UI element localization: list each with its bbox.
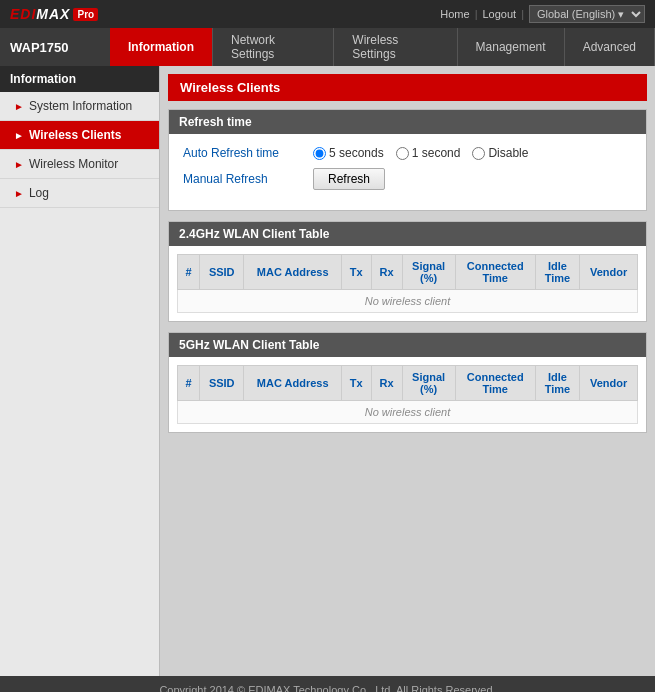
col5-connected: ConnectedTime (455, 366, 535, 401)
radio-disable-label[interactable]: Disable (472, 146, 528, 160)
separator2: | (521, 8, 524, 20)
col-vendor: Vendor (580, 255, 638, 290)
logo-pro: Pro (73, 8, 98, 21)
col5-idle: IdleTime (535, 366, 579, 401)
arrow-icon-active: ► (14, 130, 24, 141)
col5-rx: Rx (371, 366, 402, 401)
sidebar-item-system-information[interactable]: ► System Information (0, 92, 159, 121)
manual-refresh-row: Manual Refresh Refresh (183, 168, 632, 190)
sidebar-item-label-active: Wireless Clients (29, 128, 122, 142)
home-link[interactable]: Home (440, 8, 469, 20)
col-ssid: SSID (199, 255, 243, 290)
no-client-row-5ghz: No wireless client (178, 401, 638, 424)
tab-management[interactable]: Management (458, 28, 565, 66)
col-connected: ConnectedTime (455, 255, 535, 290)
table-24ghz-header: 2.4GHz WLAN Client Table (169, 222, 646, 246)
content: Wireless Clients Refresh time Auto Refre… (160, 66, 655, 676)
sidebar: Information ► System Information ► Wirel… (0, 66, 160, 676)
arrow-icon3: ► (14, 188, 24, 199)
table-5ghz: # SSID MAC Address Tx Rx Signal(%) Conne… (177, 365, 638, 424)
footer-text: Copyright 2014 © EDIMAX Technology Co., … (159, 684, 495, 692)
logo-area: EDIMAX Pro (10, 6, 98, 22)
no-client-text-24ghz: No wireless client (178, 290, 638, 313)
col-signal: Signal(%) (402, 255, 455, 290)
table-24ghz-header-row: # SSID MAC Address Tx Rx Signal(%) Conne… (178, 255, 638, 290)
col5-ssid: SSID (199, 366, 243, 401)
auto-refresh-row: Auto Refresh time 5 seconds 1 second (183, 146, 632, 160)
table-5ghz-section: 5GHz WLAN Client Table # SSID MAC Addres… (168, 332, 647, 433)
refresh-button[interactable]: Refresh (313, 168, 385, 190)
table-24ghz-section: 2.4GHz WLAN Client Table # SSID MAC Addr… (168, 221, 647, 322)
col-rx: Rx (371, 255, 402, 290)
arrow-icon: ► (14, 101, 24, 112)
tab-advanced[interactable]: Advanced (565, 28, 655, 66)
col-idle: IdleTime (535, 255, 579, 290)
sidebar-section-header: Information (0, 66, 159, 92)
col5-vendor: Vendor (580, 366, 638, 401)
table-24ghz: # SSID MAC Address Tx Rx Signal(%) Conne… (177, 254, 638, 313)
sidebar-item-label: System Information (29, 99, 132, 113)
no-client-text-5ghz: No wireless client (178, 401, 638, 424)
col5-mac: MAC Address (244, 366, 341, 401)
refresh-section-header: Refresh time (169, 110, 646, 134)
page-heading: Wireless Clients (168, 74, 647, 101)
table-5ghz-header-row: # SSID MAC Address Tx Rx Signal(%) Conne… (178, 366, 638, 401)
col5-hash: # (178, 366, 200, 401)
table-24ghz-body: # SSID MAC Address Tx Rx Signal(%) Conne… (169, 246, 646, 321)
main-layout: Information ► System Information ► Wirel… (0, 66, 655, 676)
col5-signal: Signal(%) (402, 366, 455, 401)
sidebar-item-wireless-monitor[interactable]: ► Wireless Monitor (0, 150, 159, 179)
separator1: | (475, 8, 478, 20)
top-bar: EDIMAX Pro Home | Logout | Global (Engli… (0, 0, 655, 28)
nav-bar: WAP1750 Information Network Settings Wir… (0, 28, 655, 66)
tab-information[interactable]: Information (110, 28, 213, 66)
refresh-radio-group: 5 seconds 1 second Disable (313, 146, 528, 160)
tab-wireless-settings[interactable]: Wireless Settings (334, 28, 457, 66)
radio-5sec-text: 5 seconds (329, 146, 384, 160)
top-links: Home | Logout | Global (English) ▾ (440, 5, 645, 23)
table-5ghz-body: # SSID MAC Address Tx Rx Signal(%) Conne… (169, 357, 646, 432)
logout-link[interactable]: Logout (482, 8, 516, 20)
tab-network-settings[interactable]: Network Settings (213, 28, 334, 66)
sidebar-item-label3: Log (29, 186, 49, 200)
no-client-row-24ghz: No wireless client (178, 290, 638, 313)
auto-refresh-label: Auto Refresh time (183, 146, 313, 160)
col-tx: Tx (341, 255, 371, 290)
language-select[interactable]: Global (English) ▾ (529, 5, 645, 23)
device-name: WAP1750 (10, 40, 110, 55)
radio-disable[interactable] (472, 147, 485, 160)
sidebar-item-wireless-clients[interactable]: ► Wireless Clients (0, 121, 159, 150)
radio-1sec-label[interactable]: 1 second (396, 146, 461, 160)
refresh-section: Refresh time Auto Refresh time 5 seconds… (168, 109, 647, 211)
sidebar-item-label2: Wireless Monitor (29, 157, 118, 171)
radio-1sec[interactable] (396, 147, 409, 160)
table-5ghz-header: 5GHz WLAN Client Table (169, 333, 646, 357)
radio-5sec[interactable] (313, 147, 326, 160)
radio-disable-text: Disable (488, 146, 528, 160)
radio-5sec-label[interactable]: 5 seconds (313, 146, 384, 160)
col5-tx: Tx (341, 366, 371, 401)
sidebar-item-log[interactable]: ► Log (0, 179, 159, 208)
footer: Copyright 2014 © EDIMAX Technology Co., … (0, 676, 655, 692)
arrow-icon2: ► (14, 159, 24, 170)
manual-refresh-label: Manual Refresh (183, 172, 313, 186)
radio-1sec-text: 1 second (412, 146, 461, 160)
refresh-section-body: Auto Refresh time 5 seconds 1 second (169, 134, 646, 210)
logo-edimax: EDIMAX (10, 6, 70, 22)
nav-tabs: Information Network Settings Wireless Se… (110, 28, 655, 66)
col-mac: MAC Address (244, 255, 341, 290)
col-hash: # (178, 255, 200, 290)
